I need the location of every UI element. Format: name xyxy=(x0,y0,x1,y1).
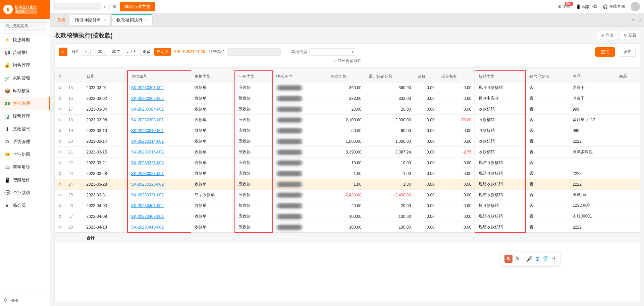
online-service-button[interactable]: 🎧 在线客服 xyxy=(603,4,625,9)
sidebar-item-collab[interactable]: 🤝 企业协同 xyxy=(0,148,50,161)
row-settings[interactable]: ⚙ xyxy=(55,190,65,200)
row-bill-no[interactable]: SK-20230418-001 xyxy=(127,222,191,233)
row-settings[interactable]: ⚙ xyxy=(55,211,65,222)
row-bill-no[interactable]: SK-20230301-002 xyxy=(127,82,191,93)
tab1-close-icon[interactable]: × xyxy=(104,18,106,22)
solution-button[interactable]: 体验行业方案 xyxy=(120,2,155,11)
partner-input[interactable] xyxy=(227,48,281,56)
row-bill-no[interactable]: SK-20230310-001 xyxy=(127,125,191,136)
sidebar-item-quick-nav[interactable]: ⚡ 快捷导航 xyxy=(0,34,50,46)
sidebar-item-sales[interactable]: 💰 销售管理 xyxy=(0,59,50,72)
row-settings[interactable]: ⚙ xyxy=(55,200,65,211)
row-biz-type: 应收款 xyxy=(235,115,272,125)
sidebar-item-wechat[interactable]: 💬 企业微信 xyxy=(0,186,50,199)
topbar-gear-icon[interactable]: ⚙ xyxy=(112,3,117,10)
tab-prepay-bill[interactable]: 预引冲应付单 × xyxy=(70,15,111,25)
row-bill-no[interactable]: SK-20230328-001 xyxy=(127,168,191,179)
table-row[interactable]: ⚙ 23 2023-03-28 SK-20230328-001 收款单 应收款 … xyxy=(55,168,640,179)
expand-conditions-button[interactable]: ∨ 展开更多条件 xyxy=(59,58,636,64)
row-bill-no[interactable]: SK-20230321-003 xyxy=(127,158,191,168)
row-biz-type: 应收款 xyxy=(235,168,272,179)
sidebar-item-member[interactable]: V 畅会员 xyxy=(0,199,50,212)
sidebar-item-operations[interactable]: 📊 经营管理 xyxy=(0,110,50,123)
table-row[interactable]: ⚙ 27 2023-04-08 SK-20230408-001 收款单 应收款 … xyxy=(55,211,640,222)
row-biz-type: 应收款 xyxy=(235,190,272,200)
partner-dots-button[interactable]: ··· xyxy=(283,49,287,55)
sidebar-search-area: 🔍 搜索菜单 xyxy=(0,19,50,34)
topbar-search-input[interactable] xyxy=(54,3,101,10)
this-month-button[interactable]: 本月 xyxy=(96,48,108,56)
sidebar-item-finance[interactable]: 💵 资金管理 xyxy=(0,97,50,110)
sidebar-item-inventory[interactable]: 📦 库存核算 xyxy=(0,84,50,97)
row-settings[interactable]: ⚙ xyxy=(55,115,65,125)
filter-toggle-button[interactable]: » xyxy=(59,48,67,56)
row-date: 2023-03-31 xyxy=(83,190,127,200)
refresh-button[interactable]: ↻ 刷新 xyxy=(620,31,640,40)
row-settings[interactable]: ⚙ xyxy=(55,222,65,233)
bill-type-filter-group: 单据类型 xyxy=(291,48,356,56)
last-month-button[interactable]: 上月 xyxy=(82,48,94,56)
content-area: 收款核销执行(按收款) ↗ 导出 ↻ 刷新 » 日期 上月 xyxy=(50,27,644,306)
table-row[interactable]: ⚙ 28 2023-04-18 SK-20230418-001 收款单 应收款 … xyxy=(55,222,640,233)
settings-button[interactable]: 设置 xyxy=(619,47,636,57)
table-row[interactable]: ⚙ 18 2023-03-08 SK-20230308-001 收款单 应收款 … xyxy=(55,115,640,125)
table-row[interactable]: ⚙ 19 2023-03-10 SK-20230310-001 收款单 应收款 … xyxy=(55,125,640,136)
row-settings[interactable]: ⚙ xyxy=(55,158,65,168)
sidebar-item-purchase[interactable]: 🛒 采购管理 xyxy=(0,72,50,84)
row-bill-no[interactable]: SK-20230308-001 xyxy=(127,115,191,125)
app-download-button[interactable]: 📱 App下载 xyxy=(576,4,597,9)
export-button[interactable]: ↗ 导出 xyxy=(597,31,617,40)
search-menu-button[interactable]: 🔍 搜索菜单 xyxy=(3,21,47,30)
row-settings[interactable]: ⚙ xyxy=(55,136,65,147)
table-row[interactable]: ⚙ 25 2023-03-31 SK-20230331-002 红字收款单 应收… xyxy=(55,190,640,200)
row-bill-no[interactable]: SK-20230304-001 xyxy=(127,104,191,115)
user-avatar[interactable] xyxy=(631,2,640,11)
row-bill-no[interactable]: SK-20230403-002 xyxy=(127,200,191,211)
table-row[interactable]: ⚙ 15 2023-03-01 SK-20230301-002 收款单 应收款 … xyxy=(55,82,640,93)
custom-date-button[interactable]: 自定义 xyxy=(154,48,171,56)
sidebar-item-system[interactable]: ⚙ 系统管理 xyxy=(0,135,50,148)
sidebar-collapse-button[interactable]: ◀◀ xyxy=(10,297,18,303)
bill-type-select[interactable] xyxy=(309,48,356,56)
row-settings[interactable]: ⚙ xyxy=(55,125,65,136)
row-settings[interactable]: ⚙ xyxy=(55,93,65,104)
this-year-button[interactable]: 本年 xyxy=(110,48,122,56)
row-settings[interactable]: ⚙ xyxy=(55,104,65,115)
row-settings[interactable]: ⚙ xyxy=(55,147,65,158)
row-bill-no[interactable]: SK-20230331-002 xyxy=(127,190,191,200)
sidebar-settings-button[interactable]: ⚙ xyxy=(3,297,8,303)
row-bill-no[interactable]: SK-20230408-001 xyxy=(127,211,191,222)
table-row[interactable]: ⚙ 22 2023-03-21 SK-20230321-003 收款单 应收款 … xyxy=(55,158,640,168)
sidebar-item-basics[interactable]: ℹ 基础信息 xyxy=(0,123,50,135)
col-settings-header[interactable]: ⚙ xyxy=(55,71,65,82)
row-settings[interactable]: ⚙ xyxy=(55,179,65,190)
more-date-button[interactable]: 更多 xyxy=(140,48,153,56)
messages-button[interactable]: ✉ 消息 99+ xyxy=(558,4,571,9)
sidebar-item-marketing[interactable]: 📢 营销推广 xyxy=(0,46,50,59)
window-close-button[interactable]: × xyxy=(632,17,635,23)
sidebar-item-hardware[interactable]: 📱 智能硬件 xyxy=(0,174,50,186)
row-amount: 1,000.00 xyxy=(327,136,365,147)
home-tab[interactable]: 首页 xyxy=(53,15,70,25)
basics-icon: ℹ xyxy=(4,126,10,132)
table-row[interactable]: ⚙ 21 2023-03-15 SK-20230315-002 收款单 应收款 … xyxy=(55,147,640,158)
table-row[interactable]: ⚙ 24 2023-03-28 SK-20230328-002 收款单 应收款 … xyxy=(55,179,640,190)
table-scroll-area[interactable]: ⚙ 日期 单据编号 单据类型 业务类型 往来单位 单据金额 累计核销金额 余额 … xyxy=(55,70,640,302)
row-bill-no[interactable]: SK-20230302-002 xyxy=(127,93,191,104)
tab-collection-write-off[interactable]: 收款核销执行 × xyxy=(111,14,152,25)
row-bill-no[interactable]: SK-20230328-002 xyxy=(127,179,191,190)
table-row[interactable]: ⚙ 26 2023-04-03 SK-20230403-002 收款单 预收款 … xyxy=(55,200,640,211)
sidebar-item-guide[interactable]: 📖 新手引导 xyxy=(0,161,50,174)
table-row[interactable]: ⚙ 16 2023-03-02 SK-20230302-002 收款单 预收款 … xyxy=(55,93,640,104)
row-bill-no[interactable]: SK-20230315-002 xyxy=(127,147,191,158)
row-settings[interactable]: ⚙ xyxy=(55,82,65,93)
table-row[interactable]: ⚙ 17 2023-03-04 SK-20230304-001 收款单 应收款 … xyxy=(55,104,640,115)
row-product2 xyxy=(616,158,640,168)
window-expand-button[interactable]: ⤢ xyxy=(637,17,641,23)
row-settings[interactable]: ⚙ xyxy=(55,168,65,179)
row-bill-no[interactable]: SK-20230314-001 xyxy=(127,136,191,147)
query-button[interactable]: 查询 xyxy=(595,47,615,57)
table-row[interactable]: ⚙ 20 2023-03-14 SK-20230314-001 收款单 应收款 … xyxy=(55,136,640,147)
last-7-days-button[interactable]: 近7天 xyxy=(124,48,139,56)
tab2-close-icon[interactable]: × xyxy=(145,18,147,22)
